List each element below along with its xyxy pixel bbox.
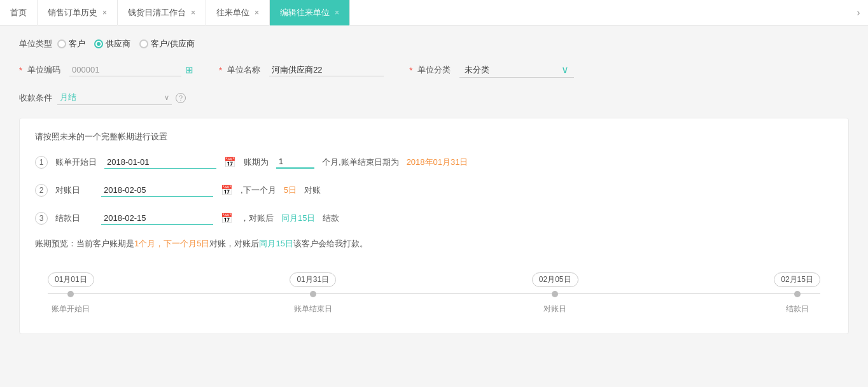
payment-terms-label: 收款条件 (19, 92, 52, 104)
timeline-badge-4: 02月15日 (774, 272, 820, 287)
payment-terms-value: 月结 (60, 92, 162, 103)
radio-both-label: 客户/供应商 (151, 38, 195, 50)
radio-supplier[interactable]: 供应商 (94, 38, 130, 50)
unit-name-field: * 单位名称 (219, 64, 384, 76)
period-date-input-3[interactable] (101, 212, 213, 225)
tab-sales-history[interactable]: 销售订单历史 × (38, 0, 118, 25)
period-suffix2-3: 结款 (323, 213, 339, 224)
period-box-title: 请按照未来的一个完整帐期进行设置 (35, 131, 833, 143)
timeline-point-4: 02月15日 结款日 (774, 272, 820, 314)
timeline-label-1: 账单开始日 (52, 304, 90, 314)
period-num-2: 2 (35, 184, 48, 197)
period-highlight-2: 5日 (284, 185, 297, 196)
period-end-date: 2018年01月31日 (407, 157, 468, 168)
period-label-1: 账单开始日 (55, 157, 97, 168)
tab-home-label: 首页 (10, 7, 27, 18)
period-row-3: 3 结款日 📅 ，对账后 同月15日 结款 (35, 212, 833, 225)
tab-partner-units-close[interactable]: × (255, 8, 259, 17)
unit-name-required: * (219, 66, 222, 75)
preview-section: 账期预览：当前客户账期是1个月，下一个月5日对账，对账后同月15日该客户会给我打… (35, 227, 833, 321)
preview-part1: 1个月， (134, 239, 164, 248)
radio-customer[interactable]: 客户 (57, 38, 85, 50)
timeline-badge-1: 01月01日 (48, 272, 94, 287)
period-date-input-2[interactable] (101, 184, 213, 197)
unit-category-select[interactable]: 未分类 ∨ (459, 62, 574, 78)
radio-customer-circle (57, 39, 66, 48)
radio-supplier-circle (94, 39, 103, 48)
radio-both-circle (139, 39, 148, 48)
unit-name-label: 单位名称 (227, 64, 260, 76)
period-label-3: 结款日 (55, 213, 94, 224)
tab-sales-history-label: 销售订单历史 (48, 7, 97, 18)
unit-name-input[interactable] (269, 64, 384, 76)
tab-home[interactable]: 首页 (0, 0, 38, 25)
period-months-input[interactable] (276, 155, 314, 169)
period-months-suffix: 个月,账单结束日期为 (322, 157, 399, 168)
payment-terms-help-icon[interactable]: ? (176, 93, 186, 103)
unit-details-row: * 单位编码 ⊞ * 单位名称 * 单位分类 未分类 ∨ (19, 62, 849, 78)
unit-category-label: 单位分类 (417, 64, 451, 76)
period-calendar-2[interactable]: 📅 (221, 185, 233, 196)
period-num-1: 1 (35, 156, 48, 169)
unit-code-field: * 单位编码 ⊞ (19, 64, 193, 76)
period-suffix-2: ,下一个月 (241, 185, 276, 196)
period-calendar-1[interactable]: 📅 (224, 157, 236, 168)
tab-partner-units-label: 往来单位 (216, 7, 249, 18)
period-row-2: 2 对账日 📅 ,下一个月 5日 对账 (35, 184, 833, 197)
tab-edit-partner[interactable]: 编辑往来单位 × (270, 0, 350, 25)
period-suffix-1: 账期为 (244, 157, 269, 168)
tabs-more-button[interactable]: › (849, 7, 868, 18)
payment-terms-arrow: ∨ (164, 94, 169, 102)
period-settings-box: 请按照未来的一个完整帐期进行设置 1 账单开始日 📅 账期为 个月,账单结束日期… (19, 118, 849, 334)
preview-part5: 该客户会给我打款。 (293, 239, 368, 248)
tab-sales-history-close[interactable]: × (102, 8, 107, 17)
timeline: 01月01日 账单开始日 01月31日 账单结束日 02月05日 对账日 (35, 266, 833, 321)
unit-category-arrow: ∨ (561, 64, 569, 76)
preview-part2: 下一个月5日 (164, 239, 209, 248)
radio-supplier-label: 供应商 (106, 38, 130, 50)
unit-type-label: 单位类型 (19, 38, 52, 50)
unit-category-required: * (409, 66, 412, 75)
period-date-input-1[interactable] (104, 156, 216, 169)
period-suffix-3: ，对账后 (241, 213, 274, 224)
unit-category-value: 未分类 (465, 64, 561, 76)
unit-category-field: * 单位分类 未分类 ∨ (409, 62, 574, 78)
period-num-3: 3 (35, 212, 48, 225)
radio-both[interactable]: 客户/供应商 (139, 38, 195, 50)
payment-terms-row: 收款条件 月结 ∨ ? (19, 90, 849, 105)
timeline-badge-3: 02月05日 (532, 272, 578, 287)
tab-cash-workbench-close[interactable]: × (191, 8, 195, 17)
timeline-badge-2: 01月31日 (290, 272, 336, 287)
tab-cash-workbench-label: 钱货日清工作台 (128, 7, 186, 18)
timeline-label-3: 对账日 (543, 304, 566, 314)
timeline-point-2: 01月31日 账单结束日 (290, 272, 336, 314)
tab-partner-units[interactable]: 往来单位 × (206, 0, 270, 25)
tabs-bar: 首页 销售订单历史 × 钱货日清工作台 × 往来单位 × 编辑往来单位 × › (0, 0, 868, 25)
radio-customer-label: 客户 (69, 38, 85, 50)
timeline-label-4: 结款日 (786, 304, 809, 314)
period-suffix2-2: 对账 (304, 185, 321, 196)
timeline-points: 01月01日 账单开始日 01月31日 账单结束日 02月05日 对账日 (48, 272, 820, 314)
period-label-2: 对账日 (55, 185, 94, 196)
unit-code-label: 单位编码 (27, 64, 60, 76)
main-content: 单位类型 客户 供应商 客户/供应商 * 单位编码 ⊞ * 单位名称 (0, 25, 868, 387)
unit-code-input[interactable] (69, 64, 181, 76)
tab-cash-workbench[interactable]: 钱货日清工作台 × (118, 0, 206, 25)
unit-code-required: * (19, 66, 22, 75)
period-row-1: 1 账单开始日 📅 账期为 个月,账单结束日期为 2018年01月31日 (35, 155, 833, 169)
timeline-label-2: 账单结束日 (294, 304, 332, 314)
tab-edit-partner-close[interactable]: × (335, 8, 339, 17)
payment-terms-select[interactable]: 月结 ∨ (57, 90, 172, 105)
timeline-point-3: 02月05日 对账日 (532, 272, 578, 314)
unit-code-icon[interactable]: ⊞ (185, 64, 193, 76)
preview-label: 账期预览：当前客户账期是 (35, 239, 134, 248)
tabs-more-icon: › (857, 7, 860, 18)
preview-part3: 对账，对账后 (209, 239, 259, 248)
unit-type-radio-group: 客户 供应商 客户/供应商 (57, 38, 195, 50)
tab-edit-partner-label: 编辑往来单位 (280, 7, 330, 18)
preview-text: 账期预览：当前客户账期是1个月，下一个月5日对账，对账后同月15日该客户会给我打… (35, 237, 833, 251)
period-highlight-3: 同月15日 (281, 213, 315, 224)
period-calendar-3[interactable]: 📅 (221, 213, 233, 224)
unit-type-row: 单位类型 客户 供应商 客户/供应商 (19, 38, 849, 50)
preview-part4: 同月15日 (259, 239, 293, 248)
